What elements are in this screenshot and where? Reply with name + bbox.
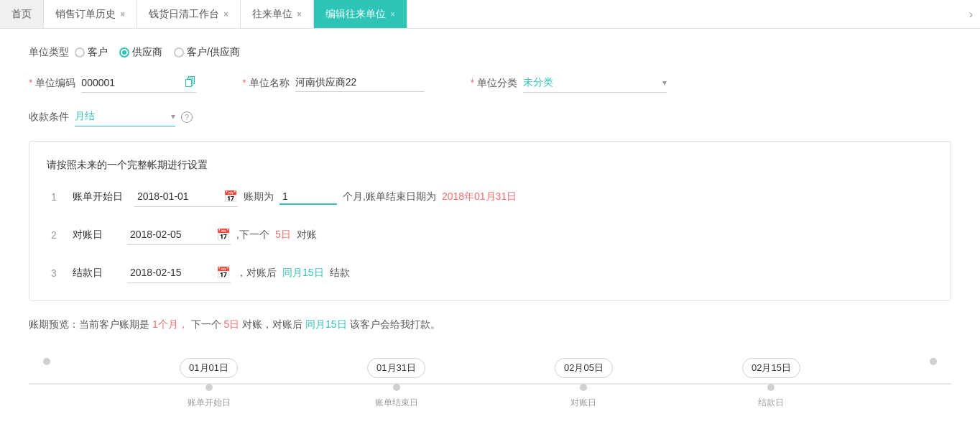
preview-highlight3: 同月15日 [305,318,347,330]
radio-supplier-label: 供应商 [132,46,162,59]
period-suffix-3a: ，对账后 [236,267,277,280]
period-date-input-3[interactable] [127,265,213,280]
close-sales-icon[interactable]: × [120,9,125,19]
close-partner-icon[interactable]: × [297,9,302,19]
tab-partner-label: 往来单位 [252,8,292,21]
period-row-2: 2 对账日 📅 ,下一个 5日 对账 [47,224,933,245]
period-settings-box: 请按照未来的一个完整帐期进行设置 1 账单开始日 📅 账期为 个月,账单结束日期… [29,141,951,301]
tab-sales-order-history[interactable]: 销售订单历史 × [44,0,137,28]
timeline-points: 01月01日 账单开始日 01月31日 账单结束日 02月05日 对账日 02月… [43,358,937,409]
timeline-badge-1: 01月01日 [180,358,238,378]
preview-highlight2: 5日 [223,318,239,330]
radio-both-label: 客户/供应商 [187,46,240,59]
unit-category-value: 未分类 [523,76,660,89]
timeline-label-1: 账单开始日 [188,397,231,409]
period-cal-icon-1[interactable]: 📅 [223,190,238,203]
tab-home[interactable]: 首页 [0,0,44,28]
timeline-dot-start [43,358,50,365]
unit-code-input[interactable] [81,77,182,88]
unit-info-row: 单位编码 🗍 单位名称 单位分类 未分类 ▾ [29,73,951,93]
period-input-group-2: 📅 ,下一个 5日 对账 [127,224,317,245]
radio-both-circle [174,47,184,58]
preview-suffix: 该客户会给我打款。 [350,318,440,330]
timeline-dot-2 [393,384,400,391]
preview-highlight1: 1个月， [152,318,188,330]
period-date-input-2[interactable] [127,227,213,242]
period-date-input-1[interactable] [134,189,221,203]
period-num-3: 3 [47,267,61,279]
timeline-badge-2: 01月31日 [367,358,425,378]
timeline-point-2: 01月31日 账单结束日 [367,358,425,409]
tab-sales-label: 销售订单历史 [55,8,116,21]
unit-type-field: 单位类型 客户 供应商 客户/供应商 [29,46,240,59]
tab-cash-label: 钱货日清工作台 [149,8,219,21]
timeline-dot-end [930,358,937,365]
period-suffix-2b: 对账 [297,229,317,242]
period-months-input[interactable] [279,189,337,205]
timeline-point-3: 02月05日 对账日 [555,358,613,409]
tab-home-label: 首页 [11,8,32,21]
preview-text: 账期预览：当前客户账期是 1个月， 下一个 5日 对账，对账后 同月15日 该客… [29,316,951,334]
period-suffix-after-1: 个月,账单结束日期为 [343,190,436,203]
period-box-title: 请按照未来的一个完整帐期进行设置 [47,159,933,172]
timeline-label-3: 对账日 [570,397,596,409]
unit-type-row: 单位类型 客户 供应商 客户/供应商 [29,46,951,59]
unit-type-radio-group: 客户 供应商 客户/供应商 [75,46,240,59]
radio-customer[interactable]: 客户 [75,46,108,59]
period-field-label-3: 结款日 [73,267,116,280]
unit-code-label: 单位编码 [29,77,75,90]
unit-code-input-wrapper: 🗍 [81,73,196,93]
payment-terms-select[interactable]: 月结 ▾ [75,107,175,126]
close-edit-icon[interactable]: × [390,9,395,19]
radio-supplier-circle [119,47,129,58]
unit-code-field: 单位编码 🗍 [29,73,196,93]
timeline-label-2: 账单结束日 [375,397,418,409]
payment-terms-value: 月结 [75,110,168,123]
period-highlight-day-3: 同月15日 [282,267,324,280]
period-field-label-2: 对账日 [73,229,116,242]
preview-middle2: 对账，对账后 [242,318,302,330]
period-highlight-date-1: 2018年01月31日 [442,190,517,203]
tab-cash-work[interactable]: 钱货日清工作台 × [137,0,241,28]
unit-name-field: 单位名称 [242,74,424,92]
timeline-badge-3: 02月05日 [555,358,613,378]
timeline-dot-1 [205,384,213,391]
timeline-point-end [930,358,937,409]
tab-edit-partner[interactable]: 编辑往来单位 × [314,0,407,28]
period-cal-icon-2[interactable]: 📅 [216,228,231,242]
period-cal-icon-3[interactable]: 📅 [216,266,231,280]
period-row-3: 3 结款日 📅 ，对账后 同月15日 结款 [47,262,933,283]
period-highlight-day-2: 5日 [275,229,291,242]
period-date-wrapper-1: 📅 [134,186,238,207]
tab-edit-label: 编辑往来单位 [325,8,386,21]
main-content: 单位类型 客户 供应商 客户/供应商 单位编码 [0,29,980,437]
radio-both[interactable]: 客户/供应商 [174,46,240,59]
period-suffix-before-1: 账期为 [244,190,274,203]
unit-category-field: 单位分类 未分类 ▾ [471,73,667,93]
period-field-label-1: 账单开始日 [73,190,123,203]
tab-more-button[interactable]: › [962,0,980,28]
unit-category-select[interactable]: 未分类 ▾ [523,73,667,93]
unit-category-chevron: ▾ [662,78,667,88]
payment-terms-chevron: ▾ [171,111,175,121]
period-num-2: 2 [47,229,61,241]
unit-name-input[interactable] [295,74,425,92]
period-num-1: 1 [47,191,61,203]
timeline-point-start [43,358,50,409]
unit-code-icon[interactable]: 🗍 [185,76,196,89]
preview-prefix: 账期预览：当前客户账期是 [29,318,149,330]
radio-supplier[interactable]: 供应商 [119,46,162,59]
help-icon[interactable]: ? [181,111,193,123]
radio-customer-circle [75,47,85,58]
payment-terms-field: 收款条件 月结 ▾ ? [29,107,193,126]
period-suffix-2a: ,下一个 [236,229,269,242]
timeline-dot-4 [767,384,775,391]
period-date-wrapper-3: 📅 [127,262,231,283]
tab-partner-unit[interactable]: 往来单位 × [241,0,314,28]
unit-category-label: 单位分类 [471,77,517,90]
payment-terms-label: 收款条件 [29,111,69,124]
timeline-dot-3 [580,384,587,391]
period-input-group-3: 📅 ，对账后 同月15日 结款 [127,262,350,283]
timeline: 01月01日 账单开始日 01月31日 账单结束日 02月05日 对账日 02月… [29,351,951,416]
close-cash-icon[interactable]: × [223,9,228,19]
